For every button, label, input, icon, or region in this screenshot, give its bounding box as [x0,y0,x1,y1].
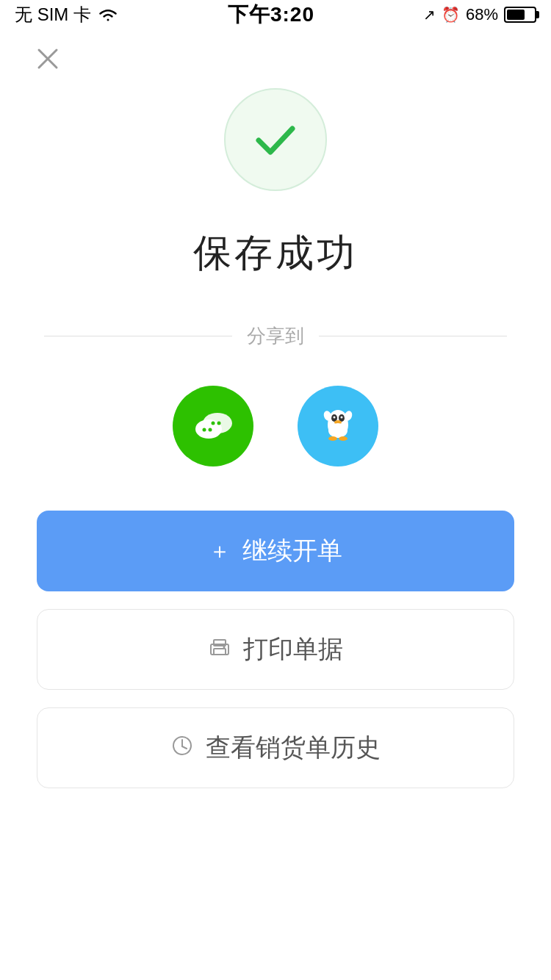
action-buttons: ＋ 继续开单 打印单据 [0,511,551,788]
svg-point-16 [328,423,347,438]
location-icon: ↗ [423,6,436,24]
print-button[interactable]: 打印单据 [37,609,514,690]
carrier-text: 无 SIM 卡 [15,3,91,26]
wechat-share-button[interactable] [173,386,253,466]
share-icons [173,386,378,466]
clock-icon [170,734,194,763]
qq-icon [314,403,362,450]
history-button[interactable]: 查看销货单历史 [37,707,514,788]
success-circle [224,88,327,191]
print-icon [208,635,231,664]
divider-line-left [44,336,232,336]
share-label: 分享到 [247,323,304,349]
svg-point-7 [208,428,212,431]
svg-point-17 [328,436,337,441]
main-content: 保存成功 分享到 [0,29,551,788]
share-divider: 分享到 [0,323,551,349]
alarm-icon: ⏰ [442,6,460,24]
svg-rect-23 [214,649,226,655]
svg-point-13 [333,416,335,418]
status-bar: 无 SIM 卡 下午3:20 ↗ ⏰ 68% [0,0,551,29]
share-section: 分享到 [0,323,551,466]
battery-icon [504,7,536,23]
svg-point-14 [340,416,342,418]
battery-fill [507,10,525,20]
svg-point-24 [223,646,226,648]
close-button[interactable] [29,40,66,77]
svg-point-4 [211,421,215,425]
svg-point-5 [217,421,220,425]
checkmark-icon [250,114,301,165]
history-label: 查看销货单历史 [206,731,381,765]
status-left: 无 SIM 卡 [15,3,119,26]
svg-line-27 [182,746,187,749]
status-right: ↗ ⏰ 68% [423,5,536,24]
qq-share-button[interactable] [298,386,378,466]
continue-order-label: 继续开单 [242,534,342,568]
divider-line-right [319,336,507,336]
wechat-icon [190,403,237,450]
wifi-icon [97,7,119,23]
svg-point-18 [339,436,347,441]
continue-order-button[interactable]: ＋ 继续开单 [37,511,514,591]
print-label: 打印单据 [243,633,343,666]
battery-percent: 68% [466,5,498,24]
plus-icon: ＋ [209,536,231,566]
success-title: 保存成功 [193,228,358,279]
svg-point-6 [202,428,206,431]
status-time: 下午3:20 [228,1,314,29]
close-icon [35,46,61,72]
